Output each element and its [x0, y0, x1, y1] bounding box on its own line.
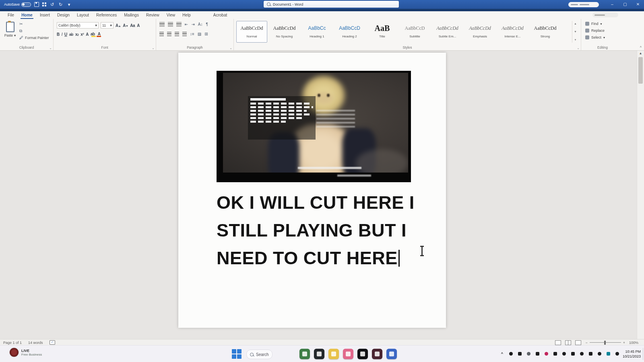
scroll-up-icon[interactable]: ▲	[637, 51, 644, 55]
vertical-scrollbar[interactable]: ▲	[637, 51, 644, 339]
format-painter-button[interactable]: 🖉 Format Painter	[19, 35, 49, 40]
bold-button[interactable]: B	[57, 32, 60, 37]
line-spacing-button[interactable]: ↕≡	[190, 32, 194, 36]
tab-review[interactable]: Review	[142, 12, 163, 19]
tray-icon-1[interactable]	[509, 352, 513, 356]
justify-button[interactable]	[182, 32, 187, 36]
zoom-level[interactable]: 100%	[629, 341, 638, 345]
zoom-slider[interactable]: − +	[585, 341, 625, 345]
grow-font-button[interactable]: A▲	[116, 23, 121, 28]
app-dark[interactable]	[314, 349, 324, 359]
tab-design[interactable]: Design	[54, 12, 73, 19]
app-black[interactable]	[357, 349, 368, 359]
taskbar-search[interactable]: Search	[246, 350, 272, 359]
word-count[interactable]: 14 words	[28, 341, 43, 345]
style-heading-1[interactable]: AaBbCcHeading 1	[301, 21, 332, 43]
tray-icon-6[interactable]	[553, 352, 557, 356]
tab-file[interactable]: File	[4, 12, 18, 19]
multilevel-list-button[interactable]	[176, 22, 182, 27]
proofing-icon[interactable]: ✓	[50, 340, 55, 345]
zoom-knob[interactable]	[604, 341, 606, 345]
web-layout-button[interactable]	[575, 340, 581, 345]
style-subtle-em[interactable]: AaBbCcDdSubtle Em...	[432, 21, 463, 43]
save-icon[interactable]	[34, 2, 39, 7]
tray-icon-4[interactable]	[536, 352, 539, 356]
minimize-button[interactable]: –	[609, 0, 615, 9]
align-left-button[interactable]	[159, 32, 164, 36]
copy-button[interactable]: ⧉	[19, 29, 49, 33]
tab-layout[interactable]: Layout	[73, 12, 93, 19]
borders-button[interactable]: ⊞	[204, 32, 208, 36]
strikethrough-button[interactable]: ab	[69, 32, 73, 37]
app-yellow[interactable]	[328, 349, 339, 359]
change-case-button[interactable]: Aa	[130, 23, 135, 28]
tab-home[interactable]: Home	[18, 12, 36, 19]
italic-button[interactable]: I	[62, 32, 62, 37]
tray-icon-13[interactable]	[615, 352, 619, 356]
document-text-line[interactable]: STILL PLAYING BUT I	[217, 216, 415, 244]
numbering-button[interactable]	[168, 22, 173, 27]
tab-view[interactable]: View	[163, 12, 179, 19]
start-button[interactable]	[232, 349, 242, 359]
zoom-in-icon[interactable]: +	[623, 341, 625, 345]
align-center-button[interactable]	[167, 32, 171, 36]
clipboard-dialog-launcher-icon[interactable]: ⌄	[49, 46, 52, 50]
tray-icon-8[interactable]	[571, 352, 575, 356]
document-text-line[interactable]: NEED TO CUT HERE	[217, 244, 415, 272]
style-normal[interactable]: AaBbCcDdNormal	[236, 21, 267, 43]
comments-button[interactable]	[592, 12, 618, 17]
tray-icon-5[interactable]	[545, 352, 548, 356]
font-name-select[interactable]: Calibri (Body) ▾	[57, 22, 99, 29]
sort-button[interactable]: A↕	[198, 22, 203, 27]
tab-help[interactable]: Help	[179, 12, 194, 19]
tray-icon-12[interactable]	[607, 352, 610, 356]
close-button[interactable]: ✕	[635, 0, 641, 9]
hidden-icons-chevron[interactable]: ^	[501, 352, 503, 356]
tray-icon-2[interactable]	[518, 352, 522, 356]
tray-icon-3[interactable]	[527, 352, 530, 356]
font-size-select[interactable]: 11 ▾	[101, 22, 114, 29]
superscript-button[interactable]: x²	[80, 32, 84, 37]
styles-scroll-down-icon[interactable]: ▼	[574, 30, 577, 33]
cut-button[interactable]: ✂	[19, 22, 49, 26]
document-text-line[interactable]: OK I WILL CUT HERE I	[217, 189, 415, 216]
document-canvas[interactable]: OK I WILL CUT HERE ISTILL PLAYING BUT IN…	[0, 51, 637, 339]
tray-icon-10[interactable]	[589, 352, 592, 356]
bullets-button[interactable]	[159, 22, 165, 27]
collapse-ribbon-icon[interactable]: ^	[640, 45, 642, 49]
taskbar-clock[interactable]: 10:45 PM 10/21/2023	[623, 349, 641, 359]
styles-dialog-launcher-icon[interactable]: ⌄	[577, 46, 580, 50]
select-button[interactable]: Select▾	[585, 35, 605, 39]
undo-icon[interactable]: ↺	[50, 2, 55, 7]
app-blue[interactable]	[386, 349, 397, 359]
maximize-button[interactable]: ▢	[622, 0, 628, 9]
title-search-box[interactable]: Document1 - Word	[264, 1, 399, 8]
titlebar-pill[interactable]	[568, 2, 599, 7]
find-button[interactable]: Find▾	[585, 22, 605, 26]
zoom-out-icon[interactable]: −	[585, 341, 587, 345]
replace-button[interactable]: Replace	[585, 29, 605, 33]
app-maroon[interactable]	[372, 349, 382, 359]
text-effects-button[interactable]: A	[86, 32, 89, 37]
tray-icon-7[interactable]	[562, 352, 566, 356]
style-intense-e[interactable]: AaBbCcDdIntense E...	[497, 21, 528, 43]
style-no-spacing[interactable]: AaBbCcDdNo Spacing	[269, 21, 300, 43]
grid-icon[interactable]	[42, 2, 46, 6]
scrollbar-thumb[interactable]	[638, 57, 643, 84]
app-pink[interactable]	[343, 349, 353, 359]
style-heading-2[interactable]: AaBbCcDHeading 2	[334, 21, 365, 43]
subscript-button[interactable]: x2	[75, 32, 78, 37]
document-page[interactable]: OK I WILL CUT HERE ISTILL PLAYING BUT IN…	[178, 53, 446, 328]
font-color-button[interactable]: A	[98, 32, 101, 37]
decrease-indent-button[interactable]: ⇤	[185, 22, 188, 27]
style-emphasis[interactable]: AaBbCcDdEmphasis	[464, 21, 495, 43]
embedded-image[interactable]	[217, 71, 411, 182]
autosave-toggle[interactable]: AutoSave	[4, 2, 31, 7]
style-title[interactable]: AaBTitle	[367, 21, 398, 43]
underline-button[interactable]: U	[64, 32, 67, 37]
highlight-button[interactable]: ab	[91, 32, 96, 37]
styles-gallery-scroll[interactable]: ▲ ▼ ▾	[572, 21, 578, 43]
quick-access-more-icon[interactable]: ▾	[66, 2, 72, 7]
tray-icon-11[interactable]	[598, 352, 601, 356]
tab-acrobat[interactable]: Acrobat	[210, 12, 231, 19]
